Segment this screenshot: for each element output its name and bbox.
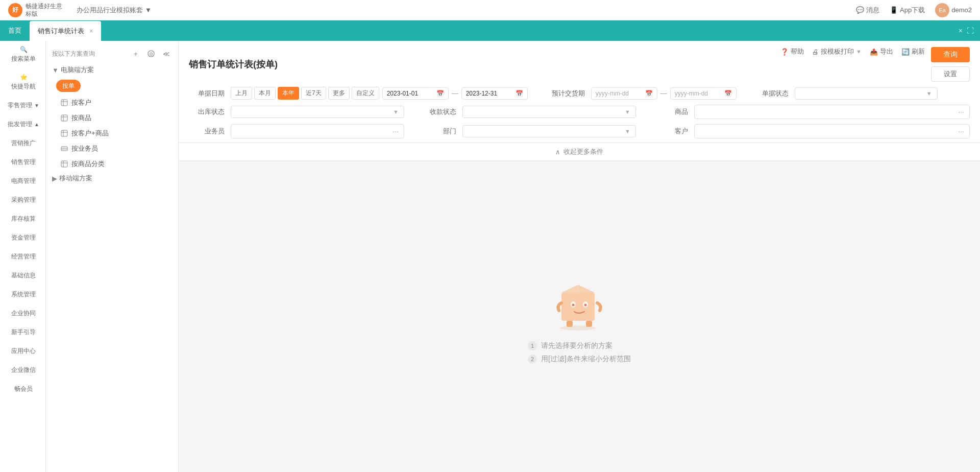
help-icon: ❓ — [780, 48, 789, 56]
goods-more-icon[interactable]: ··· — [958, 108, 964, 116]
refresh-btn[interactable]: 🔄 刷新 — [901, 47, 925, 56]
sidebar-item-app[interactable]: 应用中心 — [0, 342, 45, 361]
date-from-input[interactable]: 2023-01-01 📅 — [382, 87, 449, 100]
export-icon: 📤 — [870, 48, 878, 56]
scheme-item-by-product[interactable]: 按商品 — [46, 110, 178, 126]
date-separator: — — [452, 89, 458, 97]
goods-select[interactable]: ··· — [694, 105, 970, 119]
filter-row-status: 出库状态 ▼ 收款状态 ▼ 商品 ··· — [189, 105, 970, 119]
maximize-icon[interactable]: ⛶ — [967, 27, 974, 35]
payment-status-select[interactable]: ▼ — [462, 106, 636, 118]
filter-row-person: 业务员 ··· 部门 ▼ 客户 ··· — [189, 124, 970, 138]
add-scheme-btn[interactable]: + — [130, 48, 141, 59]
left-panel: 按以下方案查询 + ⚙ ≪ ▼ 电脑端方案 按单 — [46, 41, 179, 472]
desktop-scheme-header[interactable]: ▼ 电脑端方案 — [46, 63, 178, 77]
settings-button[interactable]: 设置 — [931, 66, 970, 82]
scheme-item-by-category[interactable]: 按商品分类 — [46, 156, 178, 172]
expected-date-from-input[interactable]: yyyy-mm-dd 📅 — [591, 87, 657, 100]
category-icon — [60, 160, 68, 168]
svg-rect-8 — [61, 130, 67, 136]
bill-status-select[interactable]: ▼ — [795, 87, 938, 100]
empty-box-svg — [549, 270, 610, 331]
avatar: Ea — [935, 3, 949, 17]
date-btn-custom[interactable]: 自定义 — [352, 87, 379, 100]
chevron-down-icon: ▼ — [625, 109, 630, 115]
left-panel-icons: + ⚙ ≪ — [130, 48, 172, 59]
sidebar-item-enterprise[interactable]: 企业协同 — [0, 304, 45, 323]
collapse-panel-btn[interactable]: ≪ — [161, 48, 172, 59]
scheme-item-by-customer[interactable]: 按客户 — [46, 95, 178, 110]
tab-active[interactable]: 销售订单统计表 × — [30, 21, 101, 41]
scheme-section-desktop: ▼ 电脑端方案 按单 按客户 — [46, 63, 178, 172]
search-icon: 🔍 — [20, 46, 28, 53]
date-btn-last-month[interactable]: 上月 — [231, 87, 252, 100]
sidebar-item-retail[interactable]: 零售管理 ▼ — [0, 96, 45, 115]
salesperson-select[interactable]: ··· — [231, 124, 404, 138]
active-scheme-badge: 按单 — [56, 80, 81, 92]
sidebar-item-operations[interactable]: 经营管理 — [0, 247, 45, 266]
svg-point-24 — [584, 303, 587, 306]
sidebar-item-sales[interactable]: 销售管理 — [0, 153, 45, 172]
scheme-item-by-order[interactable]: 按单 — [46, 77, 178, 95]
sidebar-item-basic[interactable]: 基础信息 — [0, 266, 45, 285]
tab-home[interactable]: 首页 — [0, 20, 30, 41]
sidebar-item-wholesale[interactable]: 批发管理 ▲ — [0, 115, 45, 134]
svg-rect-11 — [61, 147, 67, 151]
shipment-status-select[interactable]: ▼ — [231, 106, 404, 118]
date-filter-group: 上月 本月 本年 近7天 更多 自定义 2023-01-01 📅 — 2023-… — [231, 87, 528, 100]
minimize-icon[interactable]: × — [959, 27, 963, 35]
tab-bar-actions: × ⛶ — [959, 27, 980, 35]
collapse-icon: ∧ — [555, 148, 560, 156]
content-area: 销售订单统计表(按单) ❓ 帮助 🖨 按模板打印 ▼ 📤 — [179, 41, 980, 472]
sidebar-item-search[interactable]: 🔍 搜索菜单 — [0, 41, 45, 68]
print-btn[interactable]: 🖨 按模板打印 ▼ — [812, 47, 862, 56]
tip-2-num: 2 — [528, 355, 537, 364]
export-btn[interactable]: 📤 导出 — [870, 47, 893, 56]
print-dropdown-arrow[interactable]: ▼ — [856, 49, 862, 55]
date-btn-this-year[interactable]: 本年 — [278, 87, 299, 100]
sidebar-item-purchase[interactable]: 采购管理 — [0, 191, 45, 209]
logo-icon: 好 — [8, 3, 22, 17]
sidebar-item-marketing[interactable]: 营销推广 — [0, 134, 45, 153]
sidebar-item-member[interactable]: 畅会员 — [0, 380, 45, 398]
app-download-btn[interactable]: 📱 App下载 — [890, 6, 925, 15]
chevron-down-icon: ▼ — [34, 103, 39, 108]
customer-icon — [60, 99, 68, 107]
company-dropdown[interactable]: 办公用品行业模拟账套 ▼ — [77, 6, 152, 15]
messages-btn[interactable]: 💬 消息 — [856, 6, 879, 15]
sidebar-item-ecommerce[interactable]: 电商管理 — [0, 172, 45, 191]
sidebar-item-finance[interactable]: 资金管理 — [0, 228, 45, 247]
scheme-item-by-salesperson[interactable]: 按业务员 — [46, 141, 178, 156]
date-to-input[interactable]: 2023-12-31 📅 — [461, 87, 528, 100]
edit-scheme-btn[interactable]: ⚙ — [145, 48, 157, 59]
expected-date-group: yyyy-mm-dd 📅 — yyyy-mm-dd 📅 — [591, 87, 737, 100]
scheme-item-by-customer-product[interactable]: 按客户+商品 — [46, 126, 178, 141]
date-btn-this-month[interactable]: 本月 — [254, 87, 276, 100]
shipment-status-label: 出库状态 — [189, 107, 225, 116]
svg-text:⚙: ⚙ — [149, 52, 153, 57]
sidebar-item-shortcut[interactable]: ⭐ 快捷导航 — [0, 68, 45, 96]
sidebar-item-inventory[interactable]: 库存核算 — [0, 209, 45, 228]
bill-status-label: 单据状态 — [753, 89, 789, 98]
user-avatar-area[interactable]: Ea demo2 — [935, 3, 972, 17]
department-select[interactable]: ▼ — [462, 125, 636, 137]
sidebar-item-wechat[interactable]: 企业微信 — [0, 361, 45, 380]
customer-more-icon[interactable]: ··· — [958, 127, 964, 135]
mobile-scheme-header[interactable]: ▶ 移动端方案 — [46, 172, 178, 185]
customer-select[interactable]: ··· — [694, 124, 970, 138]
top-bar-left: 好 畅捷通好生意 标版 办公用品行业模拟账套 ▼ — [8, 3, 152, 17]
expected-date-to-input[interactable]: yyyy-mm-dd 📅 — [670, 87, 737, 100]
date-btn-7days[interactable]: 近7天 — [301, 87, 326, 100]
chevron-down-icon: ▼ — [926, 90, 932, 97]
tab-bar: 首页 销售订单统计表 × × ⛶ — [0, 20, 980, 41]
svg-rect-5 — [61, 115, 67, 121]
tab-close-icon[interactable]: × — [89, 28, 93, 35]
collapse-filters-btn[interactable]: ∧ 收起更多条件 — [179, 143, 980, 161]
help-btn[interactable]: ❓ 帮助 — [780, 47, 804, 56]
logo-area: 好 畅捷通好生意 标版 — [8, 3, 62, 17]
sidebar-item-system[interactable]: 系统管理 — [0, 285, 45, 304]
sidebar-item-newbie[interactable]: 新手引导 — [0, 323, 45, 342]
salesperson-more-icon[interactable]: ··· — [393, 127, 399, 135]
date-btn-more[interactable]: 更多 — [328, 87, 350, 100]
query-button[interactable]: 查询 — [931, 47, 970, 62]
